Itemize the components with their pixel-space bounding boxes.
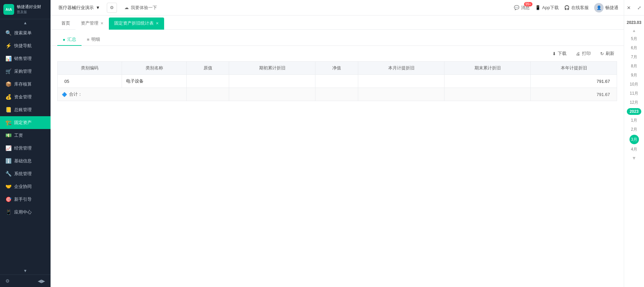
total-net-value <box>315 88 358 101</box>
sidebar-item-app-center[interactable]: 📱 应用中心 <box>0 206 51 219</box>
table-toolbar: ⬇ 下载 🖨 打印 ↻ 刷新 <box>51 46 624 61</box>
salary-icon: 💵 <box>5 132 11 138</box>
print-button[interactable]: 🖨 打印 <box>573 49 593 58</box>
cell-original <box>186 75 229 88</box>
search-icon: 🔍 <box>5 30 11 36</box>
subtabs: ● 汇总 ≡ 明细 <box>51 30 624 46</box>
purchase-icon: 🛒 <box>5 68 11 74</box>
dropdown-icon: ▼ <box>96 5 100 10</box>
month-6[interactable]: 6月 <box>625 43 643 53</box>
month-11[interactable]: 11月 <box>625 89 643 98</box>
total-annual-depreciation: 791.67 <box>531 88 617 101</box>
sidebar-item-enterprise[interactable]: 🤝 企业协同 <box>0 180 51 193</box>
guide-icon: 🎯 <box>5 196 11 202</box>
sidebar-item-search[interactable]: 🔍 搜索菜单 <box>0 27 51 39</box>
sidebar-item-guide[interactable]: 🎯 新手引导 <box>0 193 51 206</box>
tab-close-asset-management[interactable]: ✕ <box>100 21 103 26</box>
company-selector[interactable]: 医疗器械行业演示 ▼ <box>56 3 103 12</box>
system-icon: 🔧 <box>5 171 11 177</box>
tab-home[interactable]: 首页 <box>56 18 75 30</box>
sidebar-item-operations[interactable]: 📈 经营管理 <box>0 142 51 155</box>
sidebar-item-purchase[interactable]: 🛒 采购管理 <box>0 65 51 78</box>
gear-icon: ⚙ <box>110 5 114 10</box>
refresh-button[interactable]: ↻ 刷新 <box>597 49 617 58</box>
col-original: 原值 <box>186 62 229 75</box>
sidebar-scroll-down[interactable]: ▼ <box>23 268 27 273</box>
month-5[interactable]: 5月 <box>625 34 643 43</box>
month-8[interactable]: 8月 <box>625 62 643 71</box>
month-4[interactable]: 4月 <box>625 145 643 154</box>
sidebar-item-system[interactable]: 🔧 系统管理 <box>0 167 51 180</box>
subtab-summary[interactable]: ● 汇总 <box>57 34 82 46</box>
col-net-value: 净值 <box>315 62 358 75</box>
total-monthly-depreciation <box>358 88 444 101</box>
expand-panel-button[interactable]: ⤢ <box>637 5 641 10</box>
month-10[interactable]: 10月 <box>625 80 643 89</box>
subtab-detail[interactable]: ≡ 明细 <box>82 34 106 46</box>
sidebar-item-salary[interactable]: 💵 工资 <box>0 129 51 142</box>
finance-icon: 💰 <box>5 94 11 100</box>
total-icon: 🔷 <box>62 92 67 97</box>
settings-icon[interactable]: ⚙ <box>5 278 10 284</box>
cell-name: 电子设备 <box>122 75 186 88</box>
sales-icon: 📊 <box>5 56 11 62</box>
cell-annual-depreciation: 791.67 <box>531 75 617 88</box>
tab-depreciation-report[interactable]: 固定资产折旧统计表 ✕ <box>109 18 164 30</box>
app-logo-icon: AtA <box>3 4 14 15</box>
cell-net-value <box>315 75 358 88</box>
cell-code: 05 <box>58 75 122 88</box>
month-9[interactable]: 9月 <box>625 71 643 80</box>
refresh-icon: ↻ <box>600 51 604 56</box>
customer-service-button[interactable]: 🎧 在线客服 <box>564 5 589 11</box>
settings-button[interactable]: ⚙ <box>107 3 117 13</box>
tab-close-depreciation-report[interactable]: ✕ <box>156 21 159 26</box>
tab-asset-management[interactable]: 资产管理 ✕ <box>75 18 109 30</box>
month-12[interactable]: 12月 <box>625 98 643 107</box>
basic-info-icon: ℹ️ <box>5 158 11 164</box>
months-scroll-up[interactable]: ▲ <box>631 27 638 34</box>
sidebar-item-sales[interactable]: 📊 销售管理 <box>0 52 51 65</box>
sidebar-footer: ⚙ ◀▶ <box>0 275 51 287</box>
col-initial-depreciation: 期初累计折旧 <box>229 62 315 75</box>
col-code: 类别编码 <box>58 62 122 75</box>
sidebar-item-basic-info[interactable]: ℹ️ 基础信息 <box>0 155 51 167</box>
col-name: 类别名称 <box>122 62 186 75</box>
month-7[interactable]: 7月 <box>625 53 643 62</box>
total-label-cell: 🔷 合计： <box>58 88 187 101</box>
sidebar-item-finance[interactable]: 💰 资金管理 <box>0 91 51 103</box>
months-scroll-down[interactable]: ▼ <box>631 154 638 162</box>
sidebar-item-inventory[interactable]: 📦 库存核算 <box>0 78 51 91</box>
enterprise-icon: 🤝 <box>5 184 11 190</box>
message-badge: 99+ <box>524 2 532 6</box>
experience-button[interactable]: ☁ 我要体验一下 <box>121 3 160 12</box>
sidebar-item-fixed-assets[interactable]: 🏗️ 固定资产 <box>0 116 51 129</box>
month-1[interactable]: 1月 <box>625 116 643 125</box>
collapse-icon[interactable]: ◀▶ <box>38 278 45 284</box>
col-annual-depreciation: 本年计提折旧 <box>531 62 617 75</box>
month-2[interactable]: 2月 <box>625 125 643 134</box>
user-menu[interactable]: 👤 畅捷通 <box>594 3 618 12</box>
sidebar: AtA 畅捷通好业财 普及版 ▲ 🔍 搜索菜单 ⚡ 快捷导航 📊 销售管理 🛒 … <box>0 0 51 287</box>
sidebar-scroll-up[interactable]: ▲ <box>23 21 27 25</box>
data-table-wrap: 类别编码 类别名称 原值 期初累计折旧 净值 本月计提折旧 期末累计折旧 本年计… <box>51 61 624 287</box>
col-period-end-depreciation: 期末累计折旧 <box>444 62 531 75</box>
year-display: 2023.03 <box>625 18 643 27</box>
total-initial-depreciation <box>229 88 315 101</box>
tabs-row: 首页 资产管理 ✕ 固定资产折旧统计表 ✕ <box>51 15 624 30</box>
sidebar-item-ledger[interactable]: 📒 总账管理 <box>0 103 51 116</box>
topbar: 医疗器械行业演示 ▼ ⚙ ☁ 我要体验一下 💬 消息 99+ 📱 App下载 🎧… <box>51 0 624 15</box>
sidebar-nav: 🔍 搜索菜单 ⚡ 快捷导航 📊 销售管理 🛒 采购管理 📦 库存核算 💰 资金管… <box>0 27 51 267</box>
active-month[interactable]: 3月 <box>630 135 639 144</box>
total-original <box>186 88 229 101</box>
cell-monthly-depreciation <box>358 75 444 88</box>
content-area: ● 汇总 ≡ 明细 ⬇ 下载 🖨 打印 ↻ 刷新 <box>51 30 624 287</box>
download-icon: ⬇ <box>552 51 556 56</box>
operations-icon: 📈 <box>5 145 11 151</box>
message-button[interactable]: 💬 消息 99+ <box>514 5 530 11</box>
download-button[interactable]: ⬇ 下载 <box>550 49 569 58</box>
app-download-button[interactable]: 📱 App下载 <box>535 5 559 11</box>
cell-initial-depreciation <box>229 75 315 88</box>
close-panel-button[interactable]: ✕ <box>627 5 631 10</box>
current-year-label[interactable]: 2023 <box>627 108 641 115</box>
sidebar-item-quick-nav[interactable]: ⚡ 快捷导航 <box>0 39 51 52</box>
